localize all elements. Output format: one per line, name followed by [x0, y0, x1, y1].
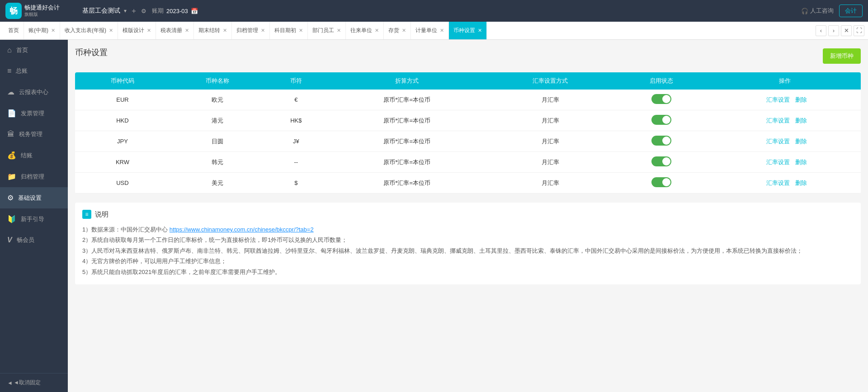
cell-actions: 汇率设置 删除 — [709, 131, 861, 152]
tab-partner[interactable]: 往来单位 ✕ — [346, 22, 384, 40]
tab-currency[interactable]: 币种设置 ✕ — [449, 22, 487, 40]
tab-period-close[interactable]: ✕ — [51, 28, 55, 33]
sidebar-pin-toggle[interactable]: ◄ ◄取消固定 — [0, 373, 68, 392]
headset-icon: 🎧 — [801, 8, 808, 14]
toggle-USD[interactable] — [651, 177, 671, 187]
top-header: 畅 畅捷通好会计 旗舰版 基层工会测试 ▾ ＋ ⚙ 账期 2023-03 📅 🎧… — [0, 0, 868, 22]
toggle-EUR[interactable] — [651, 94, 671, 104]
cell-actions: 汇率设置 删除 — [709, 152, 861, 173]
tab-partner-close[interactable]: ✕ — [375, 28, 379, 33]
rate-setting-link-EUR[interactable]: 汇率设置 — [766, 96, 790, 103]
toggle-KRW[interactable] — [651, 156, 671, 166]
cell-calc: 原币*汇率=本位币 — [327, 131, 487, 152]
col-name: 币种名称 — [170, 72, 265, 90]
period-label: 账期 — [152, 7, 164, 15]
settings-icon: ⚙ — [7, 194, 14, 202]
cell-name: 美元 — [170, 173, 265, 194]
sidebar-item-checkout[interactable]: 💰 结账 — [0, 145, 68, 166]
tab-next-button[interactable]: › — [828, 25, 839, 36]
sidebar-item-settings[interactable]: ⚙ 基础设置 — [0, 187, 68, 208]
sidebar-item-reports[interactable]: ☁ 云报表中心 — [0, 81, 68, 103]
tab-period-end[interactable]: 期末结转 ✕ — [194, 22, 232, 40]
app-name: 畅捷通好会计 — [24, 4, 60, 11]
tab-template-close[interactable]: ✕ — [147, 28, 151, 33]
tab-unit-close[interactable]: ✕ — [440, 28, 444, 33]
tab-archive-close[interactable]: ✕ — [261, 28, 265, 33]
cell-rate-type: 月汇率 — [486, 152, 614, 173]
tab-expand-button[interactable]: ⛶ — [854, 25, 864, 36]
table-row: KRW 韩元 -- 原币*汇率=本位币 月汇率 汇率设置 删除 — [75, 152, 861, 173]
cell-toggle — [614, 131, 709, 152]
consult-button[interactable]: 🎧 人工咨询 — [801, 7, 834, 15]
checkout-icon: 💰 — [7, 151, 16, 160]
cell-calc: 原币*汇率=本位币 — [327, 173, 487, 194]
rate-setting-link-USD[interactable]: 汇率设置 — [766, 179, 790, 186]
delete-link-KRW[interactable]: 删除 — [795, 159, 807, 165]
tab-unit[interactable]: 计量单位 ✕ — [411, 22, 449, 40]
cell-toggle — [614, 152, 709, 173]
tab-inventory-close[interactable]: ✕ — [402, 28, 406, 33]
calendar-icon[interactable]: 📅 — [191, 8, 198, 14]
period-value: 2023-03 — [166, 8, 188, 14]
org-dropdown-icon[interactable]: ▾ — [124, 8, 127, 14]
toggle-JPY[interactable] — [651, 136, 671, 146]
col-action: 操作 — [709, 72, 861, 90]
delete-link-EUR[interactable]: 删除 — [795, 96, 807, 103]
cell-name: 欧元 — [170, 90, 265, 110]
ledger-icon: ≡ — [7, 67, 11, 75]
cell-toggle — [614, 110, 709, 131]
tab-income-close[interactable]: ✕ — [109, 28, 113, 33]
notes-item: 4）无官方牌价的币种，可以用用户手工维护汇率信息； — [82, 256, 854, 266]
tab-dept-close[interactable]: ✕ — [337, 28, 341, 33]
pin-icon: ◄ — [7, 380, 13, 386]
tab-close-all-button[interactable]: ✕ — [841, 25, 852, 36]
tab-subject-close[interactable]: ✕ — [299, 28, 303, 33]
tab-income[interactable]: 收入支出表(年报) ✕ — [60, 22, 118, 40]
app-edition: 旗舰版 — [24, 11, 60, 18]
cell-code: JPY — [75, 131, 170, 152]
member-icon: V — [7, 236, 12, 244]
cell-actions: 汇率设置 删除 — [709, 110, 861, 131]
tab-archive[interactable]: 归档管理 ✕ — [232, 22, 270, 40]
sidebar-item-invoice[interactable]: 📄 发票管理 — [0, 103, 68, 124]
tab-period[interactable]: 账(中期) ✕ — [24, 22, 60, 40]
sidebar-item-tax[interactable]: 🏛 税务管理 — [0, 124, 68, 145]
tab-subject[interactable]: 科目期初 ✕ — [270, 22, 308, 40]
tab-nav: ‹ › ✕ ⛶ — [814, 25, 864, 36]
notes-item: 3）人民币对马来西亚林吉特、俄罗斯卢布、南非兰特、韩元、阿联酋迪拉姆、沙特里亚尔… — [82, 246, 854, 256]
new-currency-button[interactable]: 新增币种 — [823, 48, 861, 64]
account-button[interactable]: 会计 — [839, 5, 863, 17]
cell-rate-type: 月汇率 — [486, 90, 614, 110]
sidebar-item-guide[interactable]: 🔰 新手引导 — [0, 208, 68, 230]
toggle-HKD[interactable] — [651, 115, 671, 125]
tab-dept[interactable]: 部门员工 ✕ — [308, 22, 346, 40]
main-layout: ⌂ 首页 ≡ 总账 ☁ 云报表中心 📄 发票管理 🏛 税务管理 💰 结账 📁 归… — [0, 40, 868, 392]
tab-tax-close[interactable]: ✕ — [185, 28, 189, 33]
sidebar-item-archive[interactable]: 📁 归档管理 — [0, 166, 68, 187]
sidebar-item-home[interactable]: ⌂ 首页 — [0, 40, 68, 61]
tab-template[interactable]: 模版设计 ✕ — [118, 22, 156, 40]
tab-home[interactable]: 首页 — [4, 22, 24, 40]
cell-code: KRW — [75, 152, 170, 173]
tab-inventory[interactable]: 存货 ✕ — [384, 22, 411, 40]
sidebar-item-ledger[interactable]: ≡ 总账 — [0, 61, 68, 81]
cell-name: 港元 — [170, 110, 265, 131]
rate-setting-link-KRW[interactable]: 汇率设置 — [766, 159, 790, 165]
tab-currency-close[interactable]: ✕ — [478, 28, 482, 33]
rate-setting-link-JPY[interactable]: 汇率设置 — [766, 138, 790, 145]
rate-setting-link-HKD[interactable]: 汇率设置 — [766, 117, 790, 124]
sidebar-item-member[interactable]: V 畅会员 — [0, 230, 68, 250]
delete-link-JPY[interactable]: 删除 — [795, 138, 807, 145]
cell-toggle — [614, 173, 709, 194]
delete-link-USD[interactable]: 删除 — [795, 179, 807, 186]
table-row: USD 美元 $ 原币*汇率=本位币 月汇率 汇率设置 删除 — [75, 173, 861, 194]
notes-item: 1）数据来源：中国外汇交易中心 https://www.chinamoney.c… — [82, 224, 854, 235]
header-settings-icon[interactable]: ⚙ — [141, 8, 146, 14]
tab-tax[interactable]: 税表清册 ✕ — [156, 22, 194, 40]
delete-link-HKD[interactable]: 删除 — [795, 117, 807, 124]
add-tab-button[interactable]: ＋ — [130, 6, 137, 16]
tab-period-end-close[interactable]: ✕ — [223, 28, 227, 33]
notes-link[interactable]: https://www.chinamoney.com.cn/chinese/bk… — [170, 226, 314, 233]
tab-prev-button[interactable]: ‹ — [816, 25, 826, 36]
cell-symbol: € — [265, 90, 327, 110]
